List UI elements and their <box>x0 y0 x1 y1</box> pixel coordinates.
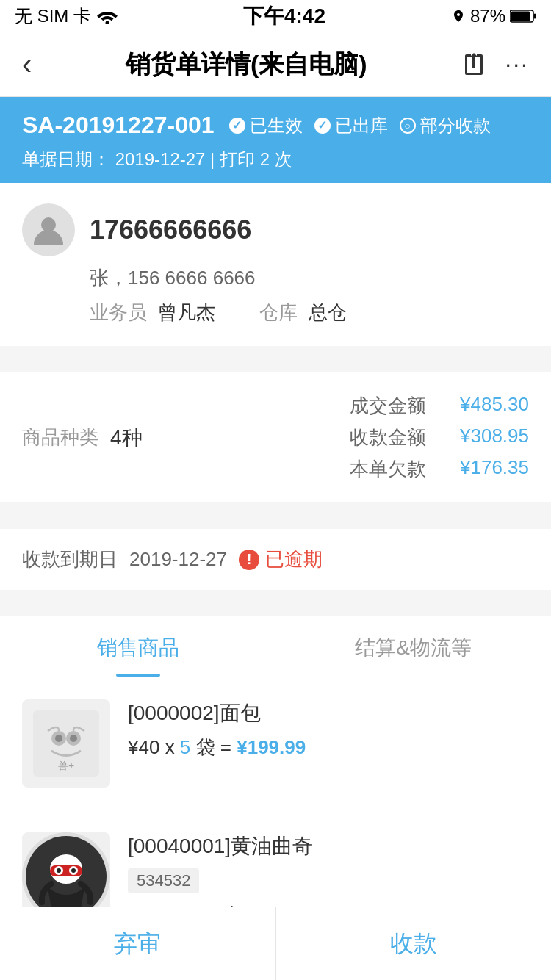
customer-id: 17666666666 <box>90 215 251 245</box>
confirm-button[interactable]: 收款 <box>276 907 552 980</box>
print-number: 2 <box>260 149 270 169</box>
warehouse-info: 仓库 总仓 <box>259 300 347 325</box>
location-icon <box>451 9 466 24</box>
status-time: 下午4:42 <box>243 2 325 30</box>
bread-total: ¥199.99 <box>237 736 306 758</box>
customer-contact: 张，156 6666 6666 <box>90 265 529 291</box>
amount-value: ¥485.30 <box>441 393 529 419</box>
due-date-section: 收款到期日 2019-12-27 ! 已逾期 <box>0 529 551 590</box>
svg-point-0 <box>106 21 109 24</box>
badge-active: ✓ 已生效 <box>229 114 303 137</box>
owed-value: ¥176.35 <box>441 456 529 482</box>
svg-point-17 <box>71 868 76 873</box>
svg-rect-2 <box>533 14 536 19</box>
share-icon[interactable] <box>461 51 487 78</box>
warehouse-value: 总仓 <box>309 301 347 323</box>
product-price-bread: ¥40 x 5 袋 = ¥199.99 <box>128 735 529 760</box>
svg-point-8 <box>55 735 62 742</box>
header-banner: SA-20191227-001 ✓ 已生效 ✓ 已出库 ○ 部分收款 单据日期：… <box>0 97 551 183</box>
order-number: SA-20191227-001 <box>22 112 215 139</box>
status-left: 无 SIM 卡 <box>15 4 118 28</box>
avatar <box>22 203 75 256</box>
tab-products-label: 销售商品 <box>97 636 179 659</box>
battery-percent: 87% <box>470 6 505 26</box>
bread-qty: 5 <box>180 736 190 758</box>
overdue-text: 已逾期 <box>265 547 323 572</box>
order-date-row: 单据日期： 2019-12-27 | 打印 2 次 <box>22 148 529 171</box>
amount-summary: 成交金额 ¥485.30 收款金额 ¥308.95 本单欠款 ¥176.35 <box>350 393 529 482</box>
product-name-cookies: [00040001]黄油曲奇 <box>128 832 529 860</box>
customer-meta: 业务员 曾凡杰 仓库 总仓 <box>90 300 529 325</box>
bread-price: ¥40 <box>128 736 159 758</box>
tabs-section: 销售商品 结算&物流等 <box>0 616 551 677</box>
cookies-placeholder-icon <box>26 836 107 917</box>
date-label: 单据日期： <box>22 149 110 169</box>
back-button[interactable]: ‹ <box>22 48 32 81</box>
tab-settlement[interactable]: 结算&物流等 <box>276 616 551 677</box>
check-icon-2: ✓ <box>314 118 331 134</box>
salesperson-info: 业务员 曾凡杰 <box>90 300 215 325</box>
svg-point-16 <box>57 868 61 873</box>
owed-label: 本单欠款 <box>350 456 426 482</box>
received-value: ¥308.95 <box>441 425 529 450</box>
bottom-bar: 弃审 收款 <box>0 907 551 980</box>
print-divider: | <box>210 149 220 169</box>
battery-icon <box>510 10 536 23</box>
print-label: 打印 <box>220 149 255 169</box>
nav-bar: ‹ 销货单详情(来自电脑) ··· <box>0 32 551 97</box>
badge-partial: ○ 部分收款 <box>400 114 491 137</box>
nav-actions: ··· <box>461 51 529 78</box>
clock-icon: ○ <box>400 118 416 134</box>
svg-text:兽+: 兽+ <box>58 760 74 771</box>
wifi-icon <box>97 9 118 24</box>
svg-rect-3 <box>511 12 530 21</box>
received-label: 收款金额 <box>350 425 426 450</box>
product-image-bread: 兽+ <box>22 699 110 788</box>
salesperson-label: 业务员 <box>90 301 147 323</box>
amount-label: 成交金额 <box>350 393 426 419</box>
sim-status: 无 SIM 卡 <box>15 4 91 28</box>
customer-section: 17666666666 张，156 6666 6666 业务员 曾凡杰 仓库 总… <box>0 183 551 346</box>
tab-products[interactable]: 销售商品 <box>0 616 276 677</box>
cancel-label: 弃审 <box>114 928 161 960</box>
overdue-icon: ! <box>239 550 259 570</box>
product-tag-cookies: 534532 <box>128 868 199 893</box>
due-date: 2019-12-27 <box>129 548 227 571</box>
status-badges: ✓ 已生效 ✓ 已出库 ○ 部分收款 <box>229 114 491 137</box>
more-button[interactable]: ··· <box>505 51 529 78</box>
status-bar: 无 SIM 卡 下午4:42 87% <box>0 0 551 32</box>
type-value: 4种 <box>110 424 143 452</box>
received-row: 收款金额 ¥308.95 <box>350 425 529 450</box>
divider-3 <box>0 605 551 616</box>
product-name-bread: [0000002]面包 <box>128 699 529 727</box>
page-title: 销货单详情(来自电脑) <box>126 48 367 82</box>
product-item-bread: 兽+ [0000002]面包 ¥40 x 5 袋 = ¥199.99 <box>0 677 551 810</box>
bread-unit: 袋 <box>196 736 215 758</box>
check-icon: ✓ <box>229 118 245 134</box>
bread-placeholder-icon: 兽+ <box>33 710 99 777</box>
status-right: 87% <box>451 6 536 26</box>
confirm-label: 收款 <box>390 928 437 960</box>
overdue-badge: ! 已逾期 <box>239 547 323 572</box>
tab-settlement-label: 结算&物流等 <box>355 636 472 659</box>
svg-point-9 <box>70 735 77 742</box>
type-label: 商品种类 <box>22 425 98 450</box>
print-unit-text: 次 <box>275 149 292 169</box>
person-icon <box>30 212 67 248</box>
summary-section: 商品种类 4种 成交金额 ¥485.30 收款金额 ¥308.95 本单欠款 ¥… <box>0 372 551 502</box>
divider-1 <box>0 361 551 372</box>
badge-shipped: ✓ 已出库 <box>314 114 388 137</box>
amount-row: 成交金额 ¥485.30 <box>350 393 529 419</box>
due-label: 收款到期日 <box>22 547 118 572</box>
cancel-button[interactable]: 弃审 <box>0 907 276 980</box>
divider-2 <box>0 517 551 529</box>
order-date: 2019-12-27 <box>115 149 206 169</box>
salesperson-value: 曾凡杰 <box>158 301 215 323</box>
product-type-summary: 商品种类 4种 <box>22 393 143 482</box>
owed-row: 本单欠款 ¥176.35 <box>350 456 529 482</box>
product-info-bread: [0000002]面包 ¥40 x 5 袋 = ¥199.99 <box>128 699 529 760</box>
warehouse-label: 仓库 <box>259 301 298 323</box>
